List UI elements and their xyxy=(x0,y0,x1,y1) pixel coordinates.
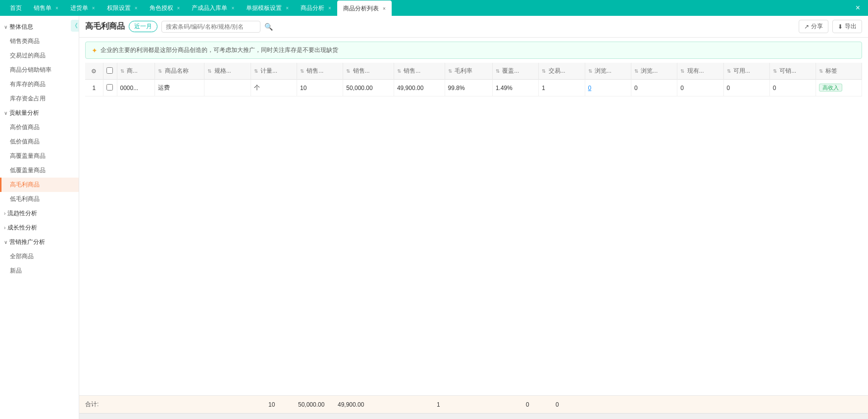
col-header-views1[interactable]: ⇅ 浏览... xyxy=(585,63,631,80)
header-actions: ↗ 分享 ⬇ 导出 xyxy=(799,20,862,33)
settings-icon: ⚙ xyxy=(91,68,97,75)
close-icon[interactable]: × xyxy=(231,5,234,11)
sidebar-group-overview[interactable]: ∨ 整体信息 xyxy=(0,20,79,34)
search-input[interactable] xyxy=(161,21,260,33)
row-coverage: 1.49% xyxy=(492,80,538,96)
col-header-transactions[interactable]: ⇅ 交易... xyxy=(539,63,585,80)
sort-icon: ⇅ xyxy=(254,68,258,74)
sort-icon: ⇅ xyxy=(346,68,350,74)
sidebar-item-low-coverage[interactable]: 低覆盖量商品 xyxy=(0,163,79,178)
sidebar-group-growth[interactable]: › 成长性分析 xyxy=(0,221,79,235)
col-header-code[interactable]: ⇅ 商... xyxy=(117,63,155,80)
close-icon[interactable]: × xyxy=(92,5,95,11)
checkbox-col-header[interactable] xyxy=(103,63,117,80)
sort-icon: ⇅ xyxy=(542,68,546,74)
row-sales-amount: 50,000.00 xyxy=(343,80,394,96)
row-views1[interactable]: 0 xyxy=(585,80,631,96)
table-row: 1 0000... 运费 xyxy=(85,80,862,96)
tab-product-inbound[interactable]: 产成品入库单 × xyxy=(186,0,240,16)
tab-sales-order[interactable]: 销售单 × xyxy=(28,0,64,16)
search-button[interactable]: 🔍 xyxy=(264,23,273,31)
sidebar-item-in-stock-goods[interactable]: 有库存的商品 xyxy=(0,77,79,92)
sidebar-group-contribution[interactable]: ∨ 贡献量分析 xyxy=(0,106,79,120)
sidebar: 《 ∨ 整体信息 销售类商品 交易过的商品 商品分销助销率 有库存的商品 库存资… xyxy=(0,16,79,419)
table-header-row: ⚙ ⇅ 商... ⇅ 商品名称 xyxy=(85,63,862,80)
row-checkbox[interactable] xyxy=(103,80,117,96)
close-icon[interactable]: × xyxy=(55,5,58,11)
close-icon[interactable]: × xyxy=(328,5,331,11)
sort-icon: ⇅ xyxy=(120,68,124,74)
share-button[interactable]: ↗ 分享 xyxy=(799,20,828,33)
chevron-down-icon: ∨ xyxy=(4,24,7,30)
horizontal-scrollbar[interactable] xyxy=(79,413,868,419)
alert-icon: ✦ xyxy=(92,47,98,54)
col-header-sales-cost[interactable]: ⇅ 销售... xyxy=(394,63,445,80)
time-filter-button[interactable]: 近一月 xyxy=(129,21,157,32)
row-sales-qty: 10 xyxy=(297,80,343,96)
col-header-coverage[interactable]: ⇅ 覆盖... xyxy=(492,63,538,80)
sort-icon: ⇅ xyxy=(300,68,304,74)
tab-permissions[interactable]: 权限设置 × xyxy=(101,0,144,16)
sidebar-collapse-button[interactable]: 《 xyxy=(71,20,79,32)
data-table: ⚙ ⇅ 商... ⇅ 商品名称 xyxy=(85,63,862,96)
export-button[interactable]: ⬇ 导出 xyxy=(832,20,862,33)
close-icon[interactable]: × xyxy=(177,5,180,11)
close-all-tabs-button[interactable]: × xyxy=(852,3,864,12)
col-header-name[interactable]: ⇅ 商品名称 xyxy=(155,63,204,80)
col-header-tag[interactable]: ⇅ 标签 xyxy=(816,63,862,80)
sort-icon: ⇅ xyxy=(448,68,452,74)
sidebar-item-new-goods[interactable]: 新品 xyxy=(0,264,79,278)
footer-label: 合计: xyxy=(85,400,115,409)
row-unit: 个 xyxy=(251,80,297,96)
export-icon: ⬇ xyxy=(838,23,843,30)
sidebar-item-low-margin[interactable]: 低毛利商品 xyxy=(0,192,79,206)
sort-icon: ⇅ xyxy=(158,68,162,74)
sidebar-item-sales-goods[interactable]: 销售类商品 xyxy=(0,34,79,48)
sidebar-item-traded-goods[interactable]: 交易过的商品 xyxy=(0,48,79,63)
col-header-sales-amount[interactable]: ⇅ 销售... xyxy=(343,63,394,80)
footer-available-stock: 0 xyxy=(553,401,582,408)
sort-icon: ⇅ xyxy=(680,68,684,74)
sidebar-item-all-goods[interactable]: 全部商品 xyxy=(0,249,79,264)
col-header-available-stock[interactable]: ⇅ 可用... xyxy=(723,63,769,80)
chevron-down-icon: ∨ xyxy=(4,239,7,245)
col-header-unit[interactable]: ⇅ 计量... xyxy=(251,63,297,80)
sidebar-group-trend[interactable]: › 流趋性分析 xyxy=(0,206,79,221)
tab-role-auth[interactable]: 角色授权 × xyxy=(144,0,186,16)
tab-purchase-order[interactable]: 进货单 × xyxy=(64,0,101,16)
sidebar-item-stock-capital[interactable]: 库存资金占用 xyxy=(0,92,79,106)
close-icon[interactable]: × xyxy=(135,5,138,11)
row-code: 0000... xyxy=(117,80,155,96)
footer-sales-amount: 50,000.00 xyxy=(295,401,335,408)
sidebar-group-marketing[interactable]: ∨ 营销推广分析 xyxy=(0,235,79,249)
sort-icon: ⇅ xyxy=(397,68,401,74)
sidebar-item-low-value[interactable]: 低价值商品 xyxy=(0,135,79,149)
col-header-views2[interactable]: ⇅ 浏览... xyxy=(631,63,677,80)
sidebar-item-distribution-rate[interactable]: 商品分销助销率 xyxy=(0,63,79,77)
tab-home[interactable]: 首页 xyxy=(4,0,28,16)
sidebar-item-high-margin[interactable]: 高毛利商品 xyxy=(0,178,79,192)
sort-icon: ⇅ xyxy=(727,68,731,74)
sort-icon: ⇅ xyxy=(207,68,211,74)
col-header-current-stock[interactable]: ⇅ 现有... xyxy=(677,63,723,80)
top-nav: 首页 销售单 × 进货单 × 权限设置 × 角色授权 × 产成品入库单 × 单据… xyxy=(0,0,868,16)
row-saleable-stock: 0 xyxy=(769,80,816,96)
col-header-saleable-stock[interactable]: ⇅ 可销... xyxy=(769,63,816,80)
tab-template-settings[interactable]: 单据模板设置 × xyxy=(240,0,295,16)
footer-sales-qty: 10 xyxy=(265,401,295,408)
close-icon[interactable]: × xyxy=(286,5,289,11)
col-header-spec[interactable]: ⇅ 规格... xyxy=(204,63,251,80)
tab-product-analysis[interactable]: 商品分析 × xyxy=(295,0,337,16)
select-all-checkbox[interactable] xyxy=(106,67,113,74)
sidebar-item-high-value[interactable]: 高价值商品 xyxy=(0,120,79,135)
tab-product-analysis-list[interactable]: 商品分析列表 × xyxy=(337,0,392,16)
row-select-checkbox[interactable] xyxy=(106,84,113,91)
sidebar-item-high-coverage[interactable]: 高覆盖量商品 xyxy=(0,149,79,163)
col-header-gross-margin[interactable]: ⇅ 毛利率 xyxy=(445,63,492,80)
row-index: 1 xyxy=(85,80,103,96)
settings-col-header[interactable]: ⚙ xyxy=(85,63,103,80)
footer-current-stock: 0 xyxy=(523,401,553,408)
col-header-sales-qty[interactable]: ⇅ 销售... xyxy=(297,63,343,80)
close-icon[interactable]: × xyxy=(383,6,386,11)
row-tag: 高收入 xyxy=(816,80,862,96)
